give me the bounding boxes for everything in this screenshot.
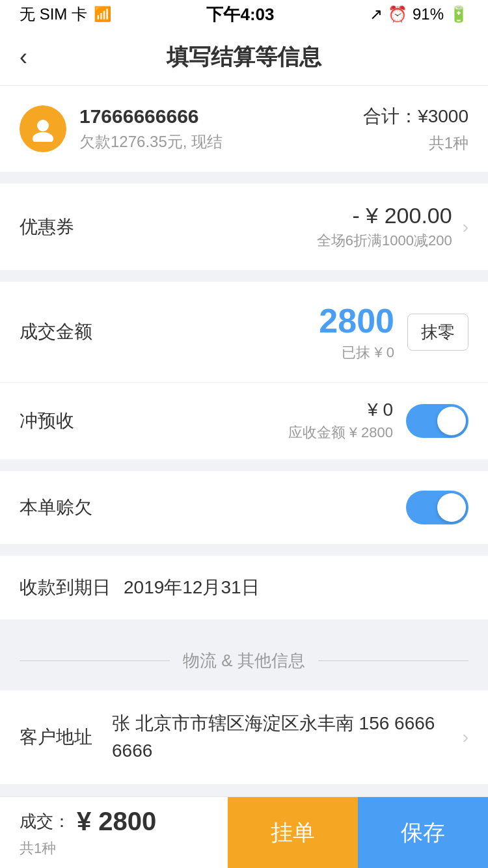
hang-button[interactable]: 挂单 [228,797,358,869]
round-button[interactable]: 抹零 [407,314,468,351]
prepay-amount: ¥ 0 [288,400,393,420]
page-title: 填写结算等信息 [167,42,321,72]
prepay-right: ¥ 0 应收金额 ¥ 2800 [288,400,468,442]
amount-value: 2800 [319,301,394,340]
customer-right: 合计：¥3000 共1种 [363,104,468,154]
bottom-total-row: 成交： ¥ 2800 [20,807,208,836]
status-right: ↗ ⏰ 91% 🔋 [370,5,468,23]
customer-card: 17666666666 欠款1276.35元, 现结 合计：¥3000 共1种 [0,86,488,172]
bottom-bar: 成交： ¥ 2800 共1种 挂单 保存 [0,796,488,868]
avatar [20,105,66,152]
debit-label: 本单赊欠 [20,495,92,520]
svg-point-1 [33,132,53,142]
bottom-total-label: 成交： [20,810,70,833]
amount-label: 成交金额 [20,319,92,344]
amount-right: 2800 已抹 ¥ 0 抹零 [319,301,468,362]
customer-phone: 17666666666 [79,105,223,128]
coupon-label: 优惠券 [20,215,74,239]
debit-row: 本单赊欠 [0,471,488,544]
address-row[interactable]: 客户地址 张 北京市市辖区海淀区永丰南 156 6666 6666 › [0,690,488,784]
customer-count: 共1种 [363,133,468,154]
amount-sub: 已抹 ¥ 0 [319,343,394,362]
customer-info: 17666666666 欠款1276.35元, 现结 [79,105,223,152]
debit-toggle[interactable] [406,491,468,524]
customer-left: 17666666666 欠款1276.35元, 现结 [20,105,223,152]
customer-total: 合计：¥3000 [363,104,468,129]
duedate-value: 2019年12月31日 [124,575,260,600]
back-button[interactable]: ‹ [20,44,59,71]
battery-text: 91% [413,5,444,23]
duedate-label: 收款到期日 [20,575,111,600]
no-sim-text: 无 SIM 卡 [20,4,87,25]
amount-section: 成交金额 2800 已抹 ¥ 0 抹零 冲预收 ¥ 0 应收金额 ¥ 2800 [0,282,488,459]
prepay-value-wrap: ¥ 0 应收金额 ¥ 2800 [288,400,393,442]
prepay-desc: 应收金额 ¥ 2800 [288,423,393,442]
prepay-toggle[interactable] [406,404,468,438]
coupon-right: - ¥ 200.00 全场6折满1000减200 › [317,203,468,251]
battery-icon: 🔋 [449,5,468,23]
bottom-summary: 成交： ¥ 2800 共1种 [0,807,228,858]
address-label: 客户地址 [20,725,92,750]
nav-bar: ‹ 填写结算等信息 [0,29,488,86]
bottom-total-value: ¥ 2800 [77,807,156,836]
location-icon: ↗ [370,5,383,23]
coupon-value: - ¥ 200.00 全场6折满1000减200 [317,203,452,251]
divider-text: 物流 & 其他信息 [183,649,305,672]
address-chevron-icon: › [463,727,468,748]
duedate-section: 收款到期日 2019年12月31日 [0,556,488,619]
wifi-icon: 📶 [94,6,111,23]
address-value: 张 北京市市辖区海淀区永丰南 156 6666 6666 [112,710,463,765]
alarm-icon: ⏰ [388,5,407,23]
content: 17666666666 欠款1276.35元, 现结 合计：¥3000 共1种 … [0,86,488,868]
status-time: 下午4:03 [206,3,274,26]
status-bar: 无 SIM 卡 📶 下午4:03 ↗ ⏰ 91% 🔋 [0,0,488,29]
coupon-row[interactable]: 优惠券 - ¥ 200.00 全场6折满1000减200 › [0,183,488,270]
prepay-row: 冲预收 ¥ 0 应收金额 ¥ 2800 [0,382,488,459]
divider-line-right [318,660,468,661]
save-button[interactable]: 保存 [358,797,488,869]
amount-row: 成交金额 2800 已抹 ¥ 0 抹零 [0,282,488,382]
status-left: 无 SIM 卡 📶 [20,4,111,25]
coupon-section: 优惠券 - ¥ 200.00 全场6折满1000减200 › [0,183,488,270]
coupon-chevron-icon: › [463,217,468,237]
discount-desc: 全场6折满1000减200 [317,231,452,251]
debit-section: 本单赊欠 [0,471,488,544]
divider-line-left [20,660,170,661]
svg-point-0 [37,120,49,131]
bottom-count: 共1种 [20,839,208,858]
duedate-row: 收款到期日 2019年12月31日 [0,556,488,619]
address-section: 客户地址 张 北京市市辖区海淀区永丰南 156 6666 6666 › [0,690,488,784]
divider-section: 物流 & 其他信息 [0,631,488,690]
amount-value-wrap: 2800 已抹 ¥ 0 [319,301,394,362]
prepay-label: 冲预收 [20,409,74,433]
customer-debt: 欠款1276.35元, 现结 [79,131,223,152]
discount-amount: - ¥ 200.00 [317,203,452,228]
